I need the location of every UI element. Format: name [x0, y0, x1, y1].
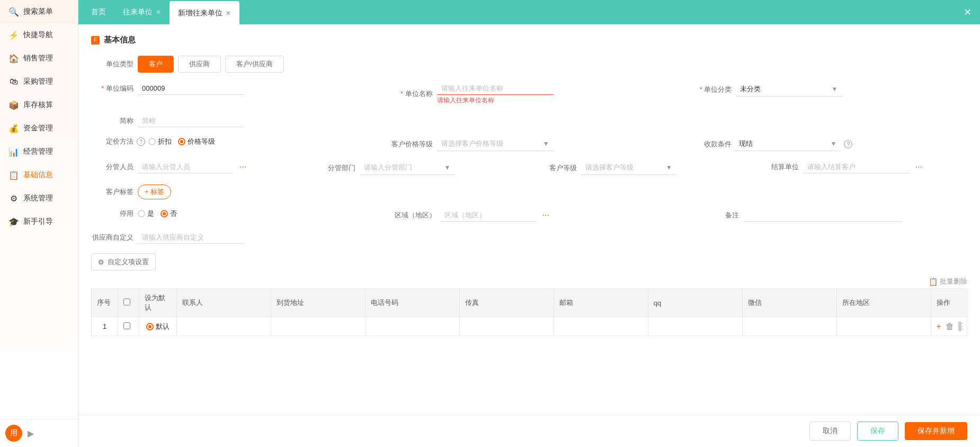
settlement-unit-input[interactable]: [803, 161, 909, 173]
region-input[interactable]: [440, 209, 536, 222]
sidebar-item-operations[interactable]: 📊 经营管理: [0, 140, 78, 163]
sidebar-item-finance[interactable]: 💰 资金管理: [0, 117, 78, 140]
pricing-method-group: 定价方法 ? 折扣 价格等级: [91, 137, 369, 146]
col-email: 邮箱: [554, 289, 648, 317]
tab-new-partner-close[interactable]: ✕: [226, 10, 231, 17]
sidebar-item-system[interactable]: ⚙ 系统管理: [0, 187, 78, 210]
unit-category-select[interactable]: 未分类 ▼: [736, 82, 842, 97]
row-checkbox-input[interactable]: [123, 322, 130, 329]
search-menu-icon: 🔍: [8, 6, 19, 17]
batch-delete-label[interactable]: 批量删除: [940, 277, 967, 286]
manager-row: 分管人员 ··· 分管部门 请输入分管部门 ▼ 客户等级 请选择客户等级 ▼: [91, 161, 967, 175]
customer-level-select[interactable]: 请选择客户等级 ▼: [581, 161, 676, 175]
save-and-new-button[interactable]: 保存并新增: [905, 422, 967, 440]
sidebar-item-basic[interactable]: 📋 基础信息: [0, 163, 78, 187]
section-icon: F: [91, 36, 100, 45]
inventory-icon: 📦: [8, 100, 19, 110]
header-checkbox[interactable]: [123, 299, 130, 305]
tab-new-partner[interactable]: 新增往来单位 ✕: [170, 1, 239, 25]
address-input[interactable]: [277, 322, 360, 330]
sidebar-item-search[interactable]: 🔍 搜索菜单: [0, 0, 78, 23]
sidebar-item-label: 新手引导: [23, 217, 53, 226]
sidebar-item-label: 采购管理: [23, 77, 53, 86]
sidebar-item-label: 快捷导航: [23, 30, 53, 40]
fax-input[interactable]: [465, 322, 548, 330]
unit-type-label: 单位类型: [91, 59, 133, 69]
window-close-button[interactable]: ✕: [959, 6, 976, 18]
row-wechat[interactable]: [742, 317, 836, 336]
email-input[interactable]: [559, 322, 643, 330]
payment-info-icon[interactable]: ?: [844, 140, 852, 148]
payment-terms-select[interactable]: 现结 ▼: [735, 137, 841, 151]
system-icon: ⚙: [8, 193, 19, 204]
radio-yes[interactable]: 是: [138, 209, 154, 218]
tab-partner-close[interactable]: ✕: [156, 8, 161, 16]
sidebar-item-purchase[interactable]: 🛍 采购管理: [0, 70, 78, 93]
region-more-btn[interactable]: ···: [540, 211, 551, 220]
manager-more-btn[interactable]: ···: [237, 162, 248, 172]
col-checkbox: [118, 289, 139, 317]
sidebar-expand-icon[interactable]: ▶: [26, 429, 35, 437]
row-default-radio[interactable]: 默认: [145, 322, 171, 331]
customer-tag-group: 客户标签 + 标签: [91, 185, 967, 199]
row-area[interactable]: [836, 317, 931, 336]
col-fax: 传真: [460, 289, 554, 317]
remark-input[interactable]: [743, 209, 902, 222]
row-fax[interactable]: [460, 317, 554, 336]
type-btn-customer[interactable]: 客户: [138, 56, 174, 73]
row-contact[interactable]: [177, 317, 271, 336]
batch-delete-area: 📋 批量删除: [91, 277, 967, 286]
unit-name-input-wrapper: 请输入往来单位名称: [437, 82, 554, 105]
unit-name-input[interactable]: [437, 82, 554, 95]
sidebar-item-quick-nav[interactable]: ⚡ 快捷导航: [0, 23, 78, 47]
sidebar-item-guide[interactable]: 🎓 新手引导: [0, 210, 78, 233]
add-tag-button[interactable]: + 标签: [138, 185, 171, 199]
wechat-input[interactable]: [748, 322, 831, 330]
customer-price-level-select[interactable]: 请选择客户价格等级 ▼: [437, 137, 554, 151]
drag-handle[interactable]: ⋮: [958, 321, 961, 331]
type-btn-supplier[interactable]: 供应商: [178, 56, 221, 73]
add-row-button[interactable]: +: [937, 322, 941, 331]
row-email[interactable]: [554, 317, 648, 336]
sidebar-item-sales[interactable]: 🏠 销售管理: [0, 47, 78, 70]
radio-no[interactable]: 否: [161, 209, 177, 218]
col-phone: 电话号码: [366, 289, 460, 317]
custom-settings-button[interactable]: ⚙ 自定义项设置: [91, 253, 156, 270]
area-input[interactable]: [842, 322, 925, 330]
settlement-unit-group: 结算单位 ···: [756, 161, 968, 173]
dept-select[interactable]: 请输入分管部门 ▼: [360, 161, 455, 175]
settlement-unit-more-btn[interactable]: ···: [913, 162, 924, 172]
sidebar-item-inventory[interactable]: 📦 库存核算: [0, 93, 78, 117]
radio-no-label: 否: [170, 209, 177, 218]
tab-home[interactable]: 首页: [83, 0, 114, 24]
contact-input[interactable]: [182, 322, 265, 330]
col-actions: 操作: [931, 289, 967, 317]
radio-discount[interactable]: 折扣: [148, 137, 172, 146]
cancel-button[interactable]: 取消: [809, 422, 851, 441]
pricing-info-icon[interactable]: ?: [137, 137, 145, 146]
dept-label: 分管部门: [313, 163, 355, 173]
delete-row-button[interactable]: 🗑: [946, 322, 954, 331]
unit-code-input[interactable]: [138, 82, 244, 95]
row-address[interactable]: [271, 317, 366, 336]
customer-level-group: 客户等级 请选择客户等级 ▼: [534, 161, 746, 175]
save-button[interactable]: 保存: [857, 422, 898, 441]
abbr-input[interactable]: [138, 115, 244, 127]
tab-home-label: 首页: [91, 7, 106, 17]
manager-input[interactable]: [138, 161, 233, 173]
radio-price-level[interactable]: 价格等级: [178, 137, 215, 146]
type-btn-both[interactable]: 客户/供应商: [225, 56, 284, 73]
qq-input[interactable]: [654, 322, 737, 330]
payment-terms-group: 收款条件 现结 ▼ ?: [689, 137, 967, 151]
tab-partner[interactable]: 往来单位 ✕: [114, 0, 170, 24]
row-phone[interactable]: [366, 317, 460, 336]
manager-label: 分管人员: [91, 162, 133, 172]
supplier-custom-input[interactable]: [138, 231, 244, 244]
form-footer: 取消 保存 保存并新增: [78, 415, 980, 447]
row-qq[interactable]: [648, 317, 742, 336]
row-actions: + 🗑 ⋮: [931, 317, 967, 336]
supplier-custom-label: 供应商自定义: [91, 233, 133, 242]
radio-yes-circle: [138, 210, 145, 217]
dept-group: 分管部门 请输入分管部门 ▼: [313, 161, 524, 175]
phone-input[interactable]: [371, 322, 454, 330]
